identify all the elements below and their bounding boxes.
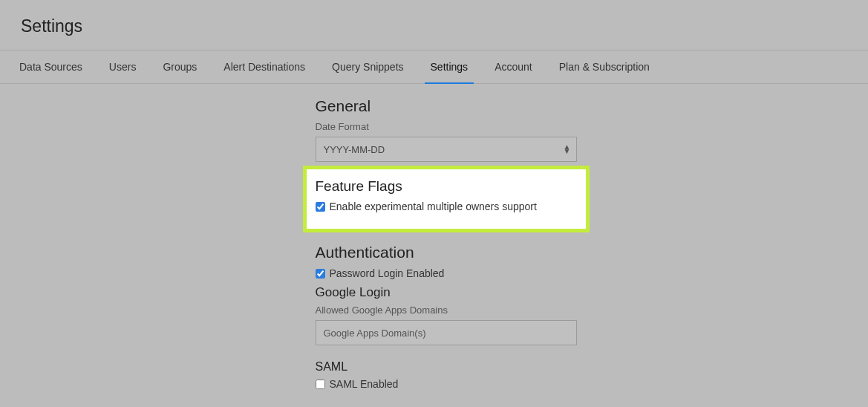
password-login-checkbox[interactable] — [316, 269, 325, 279]
authentication-section: Authentication Password Login Enabled Go… — [316, 244, 577, 390]
tab-data-sources[interactable]: Data Sources — [6, 51, 96, 83]
google-login-heading: Google Login — [316, 285, 577, 300]
tab-account[interactable]: Account — [481, 51, 546, 83]
multi-owners-row[interactable]: Enable experimental multiple owners supp… — [316, 201, 577, 212]
settings-page: Settings Data Sources Users Groups Alert… — [0, 0, 868, 407]
tab-plan-subscription[interactable]: Plan & Subscription — [546, 51, 663, 83]
tab-alert-destinations[interactable]: Alert Destinations — [210, 51, 319, 83]
general-heading: General — [316, 97, 577, 115]
tab-query-snippets[interactable]: Query Snippets — [319, 51, 417, 83]
password-login-row[interactable]: Password Login Enabled — [316, 267, 577, 279]
tab-groups[interactable]: Groups — [149, 51, 210, 83]
date-format-select[interactable]: YYYY-MM-DD — [316, 137, 577, 162]
google-domains-label: Allowed Google Apps Domains — [316, 305, 577, 316]
tabs-bar: Data Sources Users Groups Alert Destinat… — [0, 50, 868, 84]
authentication-heading: Authentication — [316, 244, 577, 261]
tab-settings[interactable]: Settings — [417, 51, 482, 83]
saml-enabled-checkbox[interactable] — [316, 380, 325, 389]
content-area: General Date Format YYYY-MM-DD ▲▼ Featur… — [0, 84, 868, 407]
date-format-label: Date Format — [316, 121, 577, 132]
saml-enabled-label: SAML Enabled — [330, 378, 399, 390]
saml-heading: SAML — [316, 360, 577, 374]
saml-enabled-row[interactable]: SAML Enabled — [316, 378, 577, 390]
feature-flags-highlight: Feature Flags Enable experimental multip… — [307, 169, 586, 229]
date-format-select-wrap: YYYY-MM-DD ▲▼ — [316, 137, 577, 162]
tab-users[interactable]: Users — [96, 51, 150, 83]
multi-owners-label: Enable experimental multiple owners supp… — [330, 201, 537, 212]
page-title: Settings — [0, 0, 868, 50]
password-login-label: Password Login Enabled — [330, 267, 445, 279]
content-inner: General Date Format YYYY-MM-DD ▲▼ Featur… — [316, 97, 577, 393]
google-domains-input[interactable] — [316, 320, 577, 345]
feature-flags-heading: Feature Flags — [316, 178, 577, 195]
multi-owners-checkbox[interactable] — [316, 202, 325, 212]
